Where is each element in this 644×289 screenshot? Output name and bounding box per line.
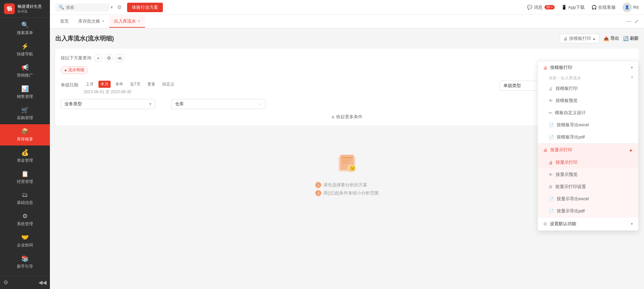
biz-type-label: 业务类型 bbox=[64, 101, 82, 107]
avatar: 👤 bbox=[622, 3, 632, 12]
date-tab-this-year[interactable]: 本年 bbox=[113, 81, 125, 88]
tab-home[interactable]: 首页 bbox=[55, 16, 74, 28]
warehouse-field[interactable]: 仓库 ··· bbox=[171, 99, 266, 109]
collapse-label: 收起更多条件 bbox=[336, 114, 362, 120]
display-preview-label: 按显示预览 bbox=[556, 172, 578, 178]
empty-tip-2: 2 用[过滤]条件来缩小分析范围 bbox=[315, 190, 378, 196]
sidebar-item-sales[interactable]: 📊 销售管理 bbox=[0, 82, 50, 103]
dropdown-item-template-export-excel[interactable]: 📄 按模板导出excel bbox=[538, 119, 638, 131]
topbar-message[interactable]: 💬 消息 99 + bbox=[527, 4, 555, 10]
refresh-btn[interactable]: 🔄 刷新 bbox=[623, 35, 639, 42]
template-print-label: 按模板打印 bbox=[550, 64, 572, 71]
sidebar-settings-icon[interactable]: ⚙ bbox=[3, 279, 8, 286]
print-template-btn[interactable]: 🖨 按模板打印 ▲ bbox=[560, 34, 599, 43]
dropdown-section-template: 🖨 按模板打印 ▾ 当前：出入库流水 ▾ 🖨 按模板打印 👁 按模板预览 bbox=[538, 61, 638, 143]
tab-inout-flow-close[interactable]: × bbox=[138, 19, 140, 24]
print-icon: 🖨 bbox=[563, 36, 568, 41]
filter-collapse-btn[interactable]: ≪ bbox=[116, 54, 124, 62]
empty-tips: 1 请先选择要分析的方案 2 用[过滤]条件来缩小分析范围 bbox=[315, 182, 378, 198]
svg-rect-3 bbox=[342, 160, 350, 161]
topbar-gear-icon[interactable]: ⚙ bbox=[117, 4, 122, 10]
chevron-up-icon: ∧ bbox=[331, 114, 335, 120]
topbar-app-download[interactable]: 📱 App下载 bbox=[561, 4, 585, 10]
display-print-item-icon: 🖨 bbox=[549, 160, 553, 165]
dropdown-section-template-header[interactable]: 🖨 按模板打印 ▾ bbox=[538, 61, 638, 74]
svg-rect-2 bbox=[342, 157, 352, 158]
sidebar-item-finance[interactable]: 💰 资金管理 bbox=[0, 146, 50, 167]
date-tab-last-month[interactable]: 上月 bbox=[84, 81, 96, 88]
sidebar-item-operations[interactable]: 📋 经营管理 bbox=[0, 167, 50, 188]
dropdown-item-display-preview[interactable]: 👁 按显示预览 bbox=[538, 168, 638, 181]
warehouse-dots-icon: ··· bbox=[259, 102, 262, 106]
dropdown-item-display-print-settings[interactable]: ⚙ 按显示打印设置 bbox=[538, 181, 638, 193]
dropdown-section-default-title: ⚙ 设置默认功能 bbox=[543, 221, 576, 227]
date-tab-more[interactable]: 更多 bbox=[145, 81, 157, 88]
refresh-icon: 🔄 bbox=[623, 36, 628, 41]
sidebar-item-purchase[interactable]: 🛒 采购管理 bbox=[0, 103, 50, 124]
dropdown-item-display-export-excel[interactable]: 📄 按显示导出excel bbox=[538, 193, 638, 205]
display-pdf-icon: 📄 bbox=[549, 209, 554, 214]
sub-label-arrow-icon: ▾ bbox=[631, 75, 633, 79]
doc-type-label: 单据类型 bbox=[503, 83, 521, 89]
filter-settings-btn[interactable]: ⚙ bbox=[105, 54, 113, 62]
tip-text-1: 请先选择要分析的方案 bbox=[323, 182, 367, 188]
tab-inout-flow[interactable]: 出入库流水 × bbox=[109, 16, 145, 28]
sidebar-item-system[interactable]: ⚙ 系统管理 bbox=[0, 209, 50, 230]
page-title: 出入库流水(流水明细) bbox=[55, 34, 114, 43]
dropdown-item-display-print[interactable]: 🖨 按显示打印 bbox=[538, 156, 638, 168]
finance-icon: 💰 bbox=[21, 149, 29, 156]
topbar-customer-service[interactable]: 🎧 在线客服 bbox=[591, 4, 616, 10]
date-tab-this-month[interactable]: 本月 bbox=[98, 81, 111, 88]
search-input[interactable] bbox=[66, 5, 106, 10]
sidebar-item-marketing-label: 营销推广 bbox=[17, 73, 33, 78]
logo-text-block: 畅捷通好生意 标准版 bbox=[18, 4, 42, 14]
tabs-bar: 首页 库存批次账 × 出入库流水 × — ⤢ bbox=[50, 15, 644, 28]
dropdown-item-template-export-pdf[interactable]: 📄 按模板导出pdf bbox=[538, 131, 638, 143]
date-tab-7days[interactable]: 近7天 bbox=[128, 81, 143, 88]
export-btn[interactable]: 📤 导出 bbox=[604, 35, 619, 42]
dropdown-section-template-title: 🖨 按模板打印 bbox=[543, 64, 572, 71]
basic-icon: 🗂 bbox=[22, 191, 28, 199]
topbar-user[interactable]: 👤 Rit bbox=[622, 3, 639, 12]
sidebar-item-enterprise-label: 企业协同 bbox=[17, 242, 33, 248]
dropdown-item-template-preview[interactable]: 👁 按模板预览 bbox=[538, 95, 638, 107]
filter-tools: + ⚙ ≪ bbox=[94, 54, 124, 62]
sidebar-collapse-icon[interactable]: ◀◀ bbox=[38, 279, 47, 286]
dropdown-sub-label: 当前：出入库流水 ▾ bbox=[538, 74, 638, 82]
business-type-field[interactable]: 业务类型 ▾ bbox=[61, 99, 155, 109]
dropdown-item-template-custom[interactable]: ✏ 模板自定义设计 bbox=[538, 107, 638, 119]
dropdown-section-default-header[interactable]: ⚙ 设置默认功能 ▾ bbox=[538, 217, 638, 230]
dropdown-section-display-header[interactable]: 🖨 按显示打印 ▲ bbox=[538, 143, 638, 156]
dropdown-section-display-title: 🖨 按显示打印 bbox=[543, 147, 572, 153]
sidebar-item-basic[interactable]: 🗂 基础信息 bbox=[0, 188, 50, 209]
page-title-row: 出入库流水(流水明细) 🖨 按模板打印 ▲ 📤 导出 🔄 刷新 bbox=[55, 34, 639, 43]
tab-batch-account[interactable]: 库存批次账 × bbox=[74, 16, 109, 28]
message-label: 消息 bbox=[534, 4, 543, 10]
filter-add-btn[interactable]: + bbox=[94, 54, 102, 62]
template-print-item-label: 按模板打印 bbox=[556, 85, 578, 91]
template-export-excel-label: 按模板导出excel bbox=[557, 122, 589, 128]
tab-minimize-icon[interactable]: — bbox=[626, 18, 632, 25]
sidebar-item-quick-nav[interactable]: ⚡ 快捷导航 bbox=[0, 39, 50, 60]
topbar-chevron-icon[interactable]: ▾ bbox=[111, 5, 113, 10]
sidebar-item-enterprise[interactable]: 🤝 企业协同 bbox=[0, 230, 50, 252]
tab-batch-account-close[interactable]: × bbox=[102, 19, 105, 24]
sidebar-item-marketing[interactable]: 📢 营销推广 bbox=[0, 60, 50, 82]
sidebar-item-guide[interactable]: 📚 新手引导 bbox=[0, 252, 50, 273]
sidebar-item-app-center[interactable]: 🔲 应用中心 bbox=[0, 273, 50, 275]
dropdown-item-template-print[interactable]: 🖨 按模板打印 bbox=[538, 82, 638, 95]
industry-btn[interactable]: 体验行业方案 bbox=[127, 3, 163, 12]
template-preview-icon: 👁 bbox=[549, 98, 553, 103]
sidebar-item-guide-label: 新手引导 bbox=[17, 264, 33, 269]
date-tab-custom[interactable]: 自定义 bbox=[160, 81, 176, 88]
dropdown-item-display-export-pdf[interactable]: 📄 按显示导出pdf bbox=[538, 205, 638, 217]
sidebar-item-inventory[interactable]: 📦 库存核算 bbox=[0, 124, 50, 146]
purchase-icon: 🛒 bbox=[21, 106, 29, 114]
enterprise-icon: 🤝 bbox=[21, 234, 29, 241]
date-tabs: 上月 本月 本年 近7天 更多 自定义 bbox=[84, 81, 176, 88]
topbar-search-box[interactable]: 🔍 bbox=[55, 3, 109, 11]
sidebar-item-search[interactable]: 🔍 搜索菜单 bbox=[0, 18, 50, 39]
sidebar-item-operations-label: 经营管理 bbox=[17, 179, 33, 185]
tab-maximize-icon[interactable]: ⤢ bbox=[634, 18, 639, 25]
sidebar-item-system-label: 系统管理 bbox=[17, 221, 33, 227]
